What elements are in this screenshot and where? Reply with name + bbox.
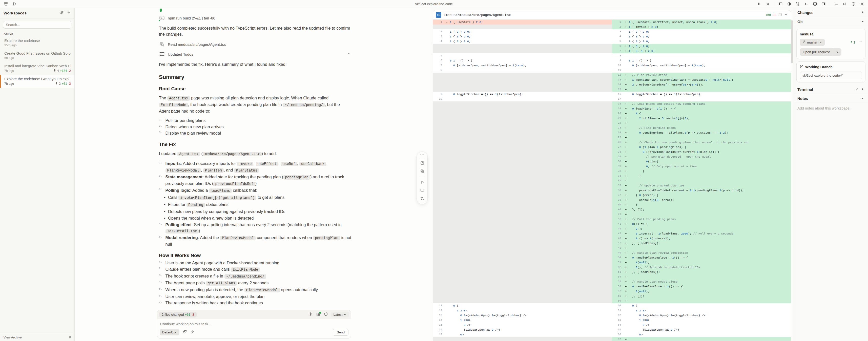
diff-new-line: 13+ 1 [pendingPlan, setPendingPlan] = us… — [612, 78, 791, 82]
status-dot-remnant — [160, 9, 162, 12]
git-compare-icon[interactable] — [795, 2, 800, 6]
workspace-item[interactable]: Explore the codebase I want you to expl7… — [0, 75, 74, 88]
ordered-list-item: 4.The Agent page polls get_all_plans eve… — [159, 280, 351, 286]
diff-old-line — [433, 250, 612, 255]
pause-icon[interactable] — [757, 2, 762, 6]
diff-view-icon[interactable] — [778, 13, 782, 17]
arrow-up-icon — [850, 41, 853, 44]
git-compare-icon[interactable] — [420, 196, 424, 202]
diff-old-line: 8 — [433, 68, 612, 72]
branch-selector[interactable]: master — [800, 39, 825, 46]
settings-icon[interactable] — [860, 2, 864, 6]
workspace-item[interactable]: Install and integrate Vibe Kanban Web Cl… — [0, 62, 74, 75]
panel-left-icon[interactable] — [778, 2, 783, 6]
message-input[interactable] — [160, 322, 348, 326]
terminal-prompt-icon[interactable] — [804, 2, 809, 6]
collapse-file-chevron[interactable] — [784, 13, 788, 17]
todos-progress-icon[interactable] — [316, 312, 320, 317]
diff-row: 6+1 { 3 } 2 0; — [433, 44, 791, 49]
megaphone-icon[interactable] — [842, 2, 847, 6]
notes-section-header[interactable]: Notes — [794, 94, 868, 103]
changes-label: Changes — [797, 10, 813, 15]
paperclip-icon — [183, 330, 187, 335]
diff-new-line: 56+ 0 handlePlanClose = 1(() => { — [612, 284, 791, 289]
annotate-button[interactable] — [190, 330, 195, 335]
diff-new-line: 15+ — [612, 87, 791, 92]
mode-selector[interactable]: Default — [160, 329, 179, 335]
diff-row: 21 { 3 } 2 0;31 { 3 } 2 0; — [433, 29, 791, 34]
diff-old-line — [433, 337, 612, 341]
layers-icon[interactable] — [60, 11, 64, 16]
diff-row: 37+ } 0 (error) { — [433, 193, 791, 197]
diff-row: 55+ // Handle plan modal close — [433, 279, 791, 284]
workspace-timestamp: 35m ago — [4, 43, 17, 47]
files-changed-badge[interactable]: 2 files changed +61 -3 — [159, 312, 197, 317]
attach-button[interactable] — [183, 330, 187, 335]
drag-handle[interactable] — [420, 154, 424, 155]
diff-row: 54+ — [433, 275, 791, 279]
diff-row: 11 0 (60 0 ( — [433, 303, 791, 308]
diff-old-line: 9 0 toggleSidebar = () => 1(!sidebarOpen… — [433, 92, 612, 97]
menu-icon[interactable] — [834, 2, 839, 6]
working-branch-field[interactable]: vk/3ccf-explore-the-code — [800, 71, 862, 79]
notes-label: Notes — [797, 96, 808, 101]
deletions-count: -3 — [191, 313, 194, 316]
repo-menu-button[interactable] — [858, 40, 862, 45]
diff-new-line: 43+ 0(() => { — [612, 222, 791, 226]
diff-new-line: 67+ — [612, 337, 791, 341]
notes-textarea[interactable]: Add notes about this workspace... — [794, 103, 868, 113]
edit-branch-icon[interactable] — [840, 73, 843, 78]
sidebar-footer[interactable]: View Archive 0 — [0, 334, 74, 341]
plus-icon[interactable] — [67, 11, 71, 16]
git-section-header[interactable]: Git — [794, 17, 868, 26]
diff-file-header[interactable]: TS /medusa/medusa/src/pages/Agent.tsx +5… — [433, 10, 791, 20]
monitor-icon[interactable] — [420, 188, 424, 193]
diff-new-line: 45+ 0 interval = 1(loadPlans, 2000); // … — [612, 231, 791, 236]
diff-old-line — [433, 44, 612, 49]
diff-new-line: 63 1 2=0> — [612, 318, 791, 322]
workspace-item[interactable]: Explore the codebase35m ago — [0, 37, 74, 49]
archive-icon[interactable] — [4, 2, 8, 6]
workspace-meta: 35m ago — [4, 43, 71, 47]
tool-call-row[interactable]: Read medusa/src/pages/Agent.tsx — [159, 40, 351, 48]
terminal-section-header[interactable]: Terminal — [794, 85, 868, 94]
ordered-list-item: 1.User is on the Agent page with a Docke… — [159, 260, 351, 266]
view-archive-link[interactable]: View Archive — [4, 336, 22, 339]
ordered-list-item: 2.Claude enters plan mode and calls Exit… — [159, 266, 351, 273]
sign-out-icon[interactable] — [12, 2, 17, 6]
latest-dropdown[interactable]: Latest — [331, 312, 349, 317]
diff-new-line: 10 0 [sidebarOpen, setSidebarOpen] = 1(t… — [612, 63, 791, 68]
open-pr-button[interactable]: Open pull request — [800, 48, 833, 56]
help-icon[interactable] — [851, 2, 856, 6]
play-icon[interactable] — [420, 180, 424, 185]
main-area: Workspaces Active Explore the codebase35… — [0, 8, 868, 341]
diff-split-view[interactable]: 1-1 { useState } 2 0;1+1 { useState, use… — [433, 20, 791, 341]
diff-row: 56+ 0 handlePlanClose = 1(() => { — [433, 284, 791, 289]
mode-label: Default — [162, 330, 173, 334]
chevron-down-icon[interactable] — [347, 52, 351, 57]
theme-icon[interactable] — [787, 2, 792, 6]
git-branch-icon — [802, 40, 805, 44]
diff-new-line: 30+ 0(plan); — [612, 159, 791, 164]
copy-icon[interactable] — [420, 169, 424, 174]
send-button[interactable]: Send — [333, 329, 348, 336]
scrollbar-thumb[interactable] — [791, 20, 793, 63]
diff-row: 12 1 2=0>61 1 2=0> — [433, 308, 791, 313]
workspace-item[interactable]: Create Good First Issues on Github So p6… — [0, 49, 74, 62]
search-input[interactable] — [3, 21, 71, 29]
spark-icon[interactable] — [308, 312, 313, 317]
message-heading: Root Cause — [159, 86, 351, 92]
collapse-all-icon[interactable] — [766, 2, 770, 6]
spinner-icon[interactable] — [324, 312, 328, 317]
tool-call-row[interactable]: Updated Todos — [159, 50, 351, 58]
monitor-icon[interactable] — [813, 2, 817, 6]
tool-call-label: Updated Todos — [168, 52, 193, 56]
changes-section-header[interactable]: Changes — [794, 8, 868, 17]
pr-dropdown-button[interactable] — [833, 48, 841, 56]
diff-slash-icon[interactable] — [420, 161, 424, 166]
tool-call-row[interactable]: npm run build 2>&1 | tail -80 — [159, 14, 351, 22]
diff-old-line — [433, 121, 612, 125]
expand-icon[interactable] — [855, 87, 859, 92]
panel-right-icon[interactable] — [821, 2, 826, 6]
chat-scroll-area[interactable]: npm run build 2>&1 | tail -80The build c… — [75, 8, 430, 310]
